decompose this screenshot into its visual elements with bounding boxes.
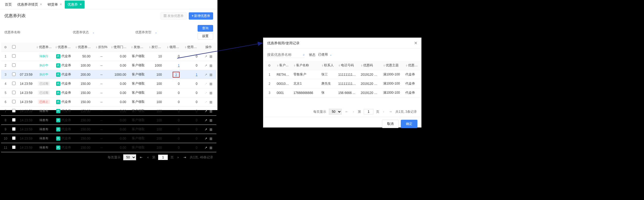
dlg-col-header[interactable]: ▲▼客户名称	[291, 61, 319, 70]
filter-name-input[interactable]	[22, 29, 67, 35]
qrcode-icon[interactable]: ▦	[209, 118, 212, 122]
row-checkbox[interactable]	[12, 91, 16, 94]
table-row[interactable]: 714 23:59待发布代代金券150.00--0.00客户领取10000↗▦	[1, 107, 216, 116]
sort-icon[interactable]: ▲▼	[321, 64, 323, 67]
close-icon[interactable]: ✕	[60, 3, 62, 6]
col-header[interactable]: ▲▼优惠券类型	[53, 43, 74, 52]
table-row[interactable]: 2执行中代代金券100.00--0.00客户领取100010↗▦	[1, 61, 216, 70]
gear-icon[interactable]: ⚙	[268, 64, 271, 67]
sort-icon[interactable]: ▲▼	[55, 46, 57, 49]
tab-销货单[interactable]: 销货单✕	[45, 1, 65, 9]
col-header[interactable]: ▲▼领用数量	[165, 43, 183, 52]
claim-count-link[interactable]: 3	[173, 72, 180, 78]
gear-icon[interactable]: ⚙	[4, 45, 7, 49]
filter-status-select[interactable]: ⌄	[90, 29, 130, 35]
dlg-first-page-icon[interactable]: ⇤	[344, 110, 349, 114]
sort-icon[interactable]: ▲▼	[167, 46, 169, 49]
row-checkbox[interactable]	[12, 54, 16, 58]
tab-优惠券详情页[interactable]: 优惠券详情页✕	[14, 1, 45, 9]
share-icon[interactable]: ↗	[205, 54, 207, 58]
query-button[interactable]: 查询	[198, 25, 213, 32]
dlg-col-header[interactable]: ▲▼客户...	[275, 61, 292, 70]
add-coupon-button[interactable]: +新增优惠券	[189, 12, 213, 20]
qrcode-icon[interactable]: ▦	[209, 109, 212, 113]
first-page-icon[interactable]: ⇤	[139, 155, 144, 159]
sort-icon[interactable]: ▲▼	[111, 46, 113, 49]
close-icon[interactable]: ✕	[40, 3, 42, 6]
close-icon[interactable]: ✕	[79, 3, 82, 6]
dlg-col-header[interactable]: ▲▼优惠码	[358, 61, 381, 70]
table-row[interactable]: 3000117666666666张156 6666 ...2019120 70.…	[264, 88, 420, 97]
sort-icon[interactable]: ▲▼	[36, 46, 38, 49]
col-header[interactable]: ▲▼发放方式	[129, 43, 147, 52]
row-checkbox[interactable]	[12, 146, 16, 149]
qrcode-icon[interactable]: ▦	[209, 73, 212, 77]
distribute-coupon-button[interactable]: ☰ 发放优惠券	[161, 12, 187, 20]
dialog-search-input[interactable]	[267, 52, 305, 58]
qrcode-icon[interactable]: ▦	[209, 64, 212, 67]
last-page-icon[interactable]: ⇥	[182, 155, 187, 159]
sort-icon[interactable]: ▲▼	[405, 64, 407, 67]
qrcode-icon[interactable]: ▦	[209, 137, 212, 140]
dlg-next-page-icon[interactable]: ›	[382, 110, 385, 114]
dialog-status-select[interactable]: 已使用 ⌄	[318, 51, 350, 58]
table-row[interactable]: 414 23:59已过期代代金券150.00--0.00客户领取10000↗▦	[1, 79, 216, 88]
dlg-page-input[interactable]	[364, 109, 373, 114]
dlg-last-page-icon[interactable]: ⇥	[388, 110, 393, 114]
sort-icon[interactable]: ▲▼	[361, 64, 363, 67]
confirm-button[interactable]: 确定	[401, 120, 417, 128]
sort-icon[interactable]: ▲▼	[277, 64, 279, 67]
dlg-col-header[interactable]: ▲▼联系人	[319, 61, 336, 70]
table-row[interactable]: 814 23:59待发布代代金券150.00--0.00客户领取10000↗▦	[1, 116, 216, 125]
sort-icon[interactable]: ▲▼	[96, 46, 98, 49]
row-checkbox[interactable]	[12, 127, 16, 131]
table-row[interactable]: 1待执行代代金券50.00--0.00客户领取1000↗▦	[1, 52, 216, 61]
sort-icon[interactable]: ▲▼	[149, 46, 151, 49]
share-icon[interactable]: ↗	[205, 64, 207, 67]
page-input[interactable]	[158, 155, 168, 160]
cancel-button[interactable]: 取消	[382, 120, 399, 128]
qrcode-icon[interactable]: ▦	[209, 146, 212, 150]
table-row[interactable]: 307 23:59执行中代代金券200.00--1000.00客户领取10031…	[1, 70, 216, 79]
qrcode-icon[interactable]: ▦	[209, 82, 212, 86]
tab-优惠券[interactable]: 优惠券✕	[65, 1, 85, 9]
dlg-col-header[interactable]: ▲▼优惠券类...	[403, 61, 420, 70]
settings-button[interactable]: 设置	[198, 33, 213, 39]
table-row[interactable]: 614 23:59已终止代代金券150.00--0.00客户领取10000↗▦	[1, 97, 216, 107]
qrcode-icon[interactable]: ▦	[209, 54, 212, 58]
row-checkbox[interactable]	[12, 118, 16, 122]
use-count-link[interactable]: 1	[196, 73, 198, 77]
dlg-prev-page-icon[interactable]: ‹	[352, 110, 355, 114]
dlg-col-header[interactable]: ▲▼优惠主题	[381, 61, 403, 70]
table-row[interactable]: 1014 23:59待发布代代金券150.00--0.00客户领取10000↗▦	[1, 134, 216, 143]
next-page-icon[interactable]: ›	[176, 155, 180, 159]
prev-page-icon[interactable]: ‹	[146, 155, 150, 159]
qrcode-icon[interactable]: ▦	[209, 128, 212, 131]
row-checkbox[interactable]	[12, 109, 16, 112]
table-row[interactable]: 1114 23:59待发布代代金券150.00--0.00客户领取10000↗▦	[1, 143, 216, 152]
sort-icon[interactable]: ▲▼	[293, 64, 296, 67]
tab-首页[interactable]: 首页	[2, 1, 14, 9]
col-header[interactable]: ▲▼发行数量	[147, 43, 165, 52]
table-row[interactable]: 914 23:59待发布代代金券150.00--0.00客户领取10000↗▦	[1, 125, 216, 134]
table-row[interactable]: 1RETAIL...零散客户张三111111111112019120 70...…	[264, 70, 420, 79]
table-row[interactable]: 514 23:59已过期代代金券150.00--0.00客户领取10000↗▦	[1, 88, 216, 97]
dlg-per-page-select[interactable]: 50	[329, 109, 342, 115]
qrcode-icon[interactable]: ▦	[209, 100, 212, 104]
qrcode-icon[interactable]: ▦	[209, 91, 212, 95]
row-checkbox[interactable]	[12, 63, 16, 67]
sort-icon[interactable]: ▲▼	[338, 64, 340, 67]
col-header[interactable]: ▲▼使用门槛...	[109, 43, 129, 52]
close-icon[interactable]: ✕	[414, 41, 417, 46]
row-checkbox[interactable]	[12, 100, 16, 103]
col-header[interactable]: ▲▼优惠券面值	[74, 43, 94, 52]
sort-icon[interactable]: ▲▼	[75, 46, 77, 49]
col-header[interactable]: ▲▼折扣%	[94, 43, 109, 52]
sort-icon[interactable]: ▲▼	[184, 46, 187, 49]
share-icon[interactable]: ↗	[205, 73, 207, 77]
filter-type-select[interactable]: ⌄	[153, 29, 192, 35]
col-header[interactable]: ▲▼使用数量	[183, 43, 201, 52]
sort-icon[interactable]: ▲▼	[131, 46, 133, 49]
row-checkbox[interactable]	[12, 72, 16, 76]
table-row[interactable]: 200010001北京1唐先生111111111112019120 70...满…	[264, 79, 420, 88]
